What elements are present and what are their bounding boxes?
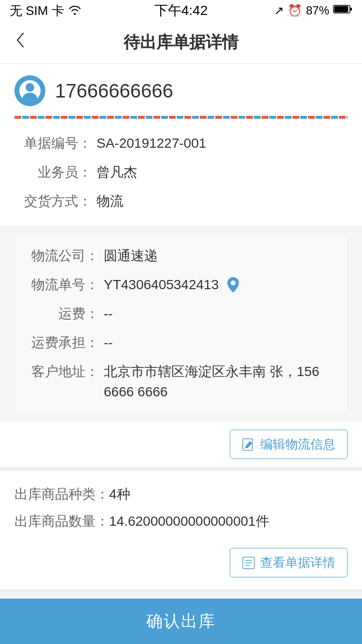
- location-status-icon: ↗: [274, 4, 284, 17]
- view-details-label: 查看单据详情: [260, 554, 335, 571]
- freight-value: --: [99, 304, 335, 324]
- edit-icon: [242, 438, 255, 451]
- delivery-value: 物流: [92, 191, 348, 211]
- user-info-row: 17666666666: [14, 75, 348, 116]
- product-section: 出库商品种类： 4种 出库商品数量： 14.62000000000000001件: [0, 471, 362, 540]
- product-quantity-row: 出库商品数量： 14.62000000000000001件: [14, 512, 348, 531]
- order-number-value: SA-20191227-001: [92, 133, 348, 154]
- list-icon: [242, 556, 255, 570]
- company-label: 物流公司：: [27, 246, 99, 266]
- view-details-button[interactable]: 查看单据详情: [230, 548, 348, 577]
- svg-rect-2: [334, 6, 348, 13]
- tracking-row: 物流单号： YT4306405342413: [27, 275, 335, 295]
- product-types-value: 4种: [109, 485, 348, 504]
- tracking-value: YT4306405342413: [99, 275, 335, 295]
- delivery-label: 交货方式：: [14, 191, 92, 211]
- main-content: 17666666666 单据编号： SA-20191227-001 业务员： 曾…: [0, 64, 362, 644]
- freight-bearer-row: 运费承担： --: [27, 333, 335, 353]
- salesman-row: 业务员： 曾凡杰: [14, 162, 348, 182]
- nav-bar: 待出库单据详情: [0, 21, 362, 64]
- header-card: 17666666666: [0, 64, 362, 119]
- status-bar: 无 SIM 卡 下午4:42 ↗ ⏰ 87%: [0, 0, 362, 21]
- svg-point-3: [231, 280, 236, 285]
- status-right: ↗ ⏰ 87%: [274, 4, 352, 17]
- salesman-label: 业务员：: [14, 162, 92, 182]
- carrier-text: 无 SIM 卡: [10, 2, 64, 19]
- battery-text: 87%: [306, 4, 329, 17]
- delivery-row: 交货方式： 物流: [14, 191, 348, 211]
- view-btn-container: 查看单据详情: [0, 540, 362, 593]
- address-label: 客户地址：: [27, 362, 99, 382]
- product-types-row: 出库商品种类： 4种: [14, 485, 348, 504]
- status-time: 下午4:42: [154, 1, 208, 20]
- basic-info-section: 单据编号： SA-20191227-001 业务员： 曾凡杰 交货方式： 物流: [0, 119, 362, 226]
- confirm-outbound-button[interactable]: 确认出库: [0, 610, 362, 632]
- product-quantity-label: 出库商品数量：: [14, 512, 109, 531]
- avatar: [14, 75, 45, 106]
- user-phone: 17666666666: [55, 80, 173, 102]
- freight-bearer-label: 运费承担：: [27, 333, 99, 353]
- status-carrier: 无 SIM 卡: [10, 2, 82, 19]
- edit-logistics-label: 编辑物流信息: [260, 436, 335, 453]
- wifi-icon: [68, 3, 82, 18]
- freight-label: 运费：: [27, 304, 99, 324]
- battery-icon: [333, 4, 352, 17]
- page-title: 待出库单据详情: [124, 31, 238, 54]
- back-button[interactable]: [14, 30, 26, 54]
- alarm-icon: ⏰: [288, 4, 302, 17]
- company-value: 圆通速递: [99, 246, 335, 266]
- avatar-icon: [19, 80, 41, 101]
- logistics-section: 物流公司： 圆通速递 物流单号： YT4306405342413 运费： -- …: [14, 234, 348, 414]
- freight-bearer-value: --: [99, 333, 335, 353]
- product-quantity-value: 14.62000000000000001件: [109, 512, 348, 531]
- tracking-location-icon[interactable]: [224, 276, 242, 294]
- freight-row: 运费： --: [27, 304, 335, 324]
- edit-logistics-button[interactable]: 编辑物流信息: [230, 430, 348, 459]
- company-row: 物流公司： 圆通速递: [27, 246, 335, 266]
- address-row: 客户地址： 北京市市辖区海淀区永丰南 张，156 6666 6666: [27, 362, 335, 402]
- svg-rect-1: [350, 8, 352, 11]
- confirm-btn-container: 确认出库: [0, 599, 362, 644]
- order-number-row: 单据编号： SA-20191227-001: [14, 133, 348, 154]
- product-types-label: 出库商品种类：: [14, 485, 109, 504]
- salesman-value: 曾凡杰: [92, 162, 348, 182]
- order-number-label: 单据编号：: [14, 133, 92, 154]
- edit-btn-container: 编辑物流信息: [0, 422, 362, 471]
- tracking-label: 物流单号：: [27, 275, 99, 295]
- address-value: 北京市市辖区海淀区永丰南 张，156 6666 6666: [99, 362, 335, 402]
